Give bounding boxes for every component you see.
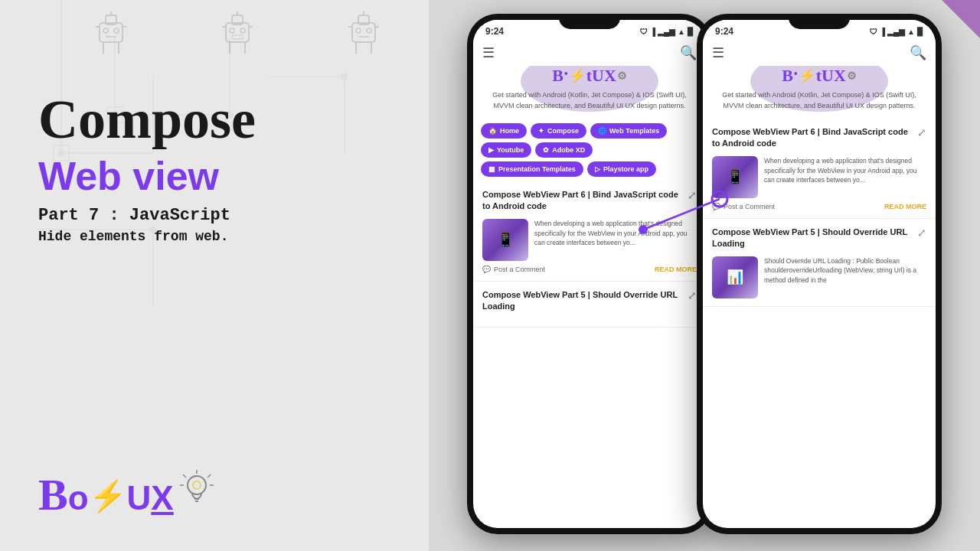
- svg-rect-28: [232, 15, 243, 24]
- brand-dot-2: •: [794, 68, 798, 80]
- article-thumb-p2-1: 📱: [712, 156, 758, 198]
- comment-btn-p2-1[interactable]: 💬 Post a Comment: [712, 203, 775, 210]
- status-time-1: 9:24: [485, 26, 504, 37]
- playstore-label: Playstore app: [603, 165, 648, 173]
- compose-label: Compose: [547, 127, 579, 135]
- svg-point-31: [240, 28, 245, 33]
- brand-dot: •: [564, 68, 568, 80]
- svg-point-14: [341, 73, 348, 80]
- nav-compose-btn[interactable]: ✦ Compose: [531, 123, 586, 139]
- hamburger-menu-2[interactable]: ☰: [712, 44, 724, 61]
- article-card-1: Compose WebView Part 6 | Bind JavaScript…: [473, 181, 706, 282]
- nav-adobe-xd-btn[interactable]: ✿ Adobe XD: [535, 142, 593, 158]
- phone-screen-2: 9:24 🛡 ▐ ▂▄▆ ▲ ▉ ☰ 🔍 B: [703, 20, 936, 528]
- read-more-btn-1[interactable]: READ MORE: [655, 266, 697, 273]
- brand-logo-2: B • ⚡ tUX ⚙: [715, 66, 923, 86]
- comment-label-1: Post a Comment: [494, 266, 545, 273]
- read-more-btn-p2-1[interactable]: READ MORE: [884, 203, 926, 210]
- playstore-icon: ▷: [595, 165, 600, 173]
- signal-icon-2: ▂▄▆: [887, 28, 905, 36]
- brand-tux-2: tUX: [816, 66, 846, 86]
- status-time-2: 9:24: [715, 26, 733, 37]
- status-icons-1: 🛡 ▐ ▂▄▆ ▲ ▉: [640, 28, 694, 36]
- home-icon: 🏠: [488, 127, 497, 135]
- hero-section-1: B • ⚡ tUX ⚙ Get started with Android (Ko…: [473, 66, 706, 119]
- share-icon-1[interactable]: ⤢: [688, 189, 697, 201]
- nav-presentation-btn[interactable]: ▦ Presentation Templates: [481, 161, 583, 177]
- nav-youtube-btn[interactable]: ▶ Youtube: [481, 142, 531, 158]
- svg-point-20: [103, 28, 108, 33]
- robot-icon-2: [218, 11, 256, 57]
- title-subtitle: Hide elements from web.: [38, 229, 390, 244]
- robot-icon-1: [92, 11, 130, 57]
- search-icon-1[interactable]: 🔍: [680, 44, 697, 61]
- title-webview: Web view: [38, 155, 390, 198]
- svg-point-47: [188, 476, 206, 494]
- logo-b: B: [38, 469, 68, 520]
- nav-home-btn[interactable]: 🏠 Home: [481, 123, 527, 139]
- article-header-p2-1: Compose WebView Part 6 | Bind JavaScript…: [712, 126, 926, 150]
- title-part: Part 7 : JavaScript: [38, 206, 390, 225]
- svg-point-40: [356, 28, 361, 33]
- hero-section-2: B • ⚡ tUX ⚙ Get started with Android (Ko…: [703, 66, 936, 119]
- share-icon-p2-2[interactable]: ⤢: [917, 227, 926, 239]
- phone-screen-1: 9:24 🛡 ▐ ▂▄▆ ▲ ▉ ☰ 🔍 B: [473, 20, 706, 528]
- nav-web-templates-btn[interactable]: 🌐 Web Templates: [590, 123, 667, 139]
- article-text-1: When developing a web application that's…: [534, 219, 697, 261]
- signal-icon: ▂▄▆: [658, 28, 675, 36]
- logo-u: U: [127, 479, 152, 517]
- app-bar-2[interactable]: ☰ 🔍: [703, 40, 936, 66]
- wifi-icon: ▲: [678, 28, 685, 36]
- svg-rect-38: [358, 15, 369, 24]
- svg-rect-18: [106, 15, 116, 24]
- brand-bolt: ⚡: [569, 67, 586, 84]
- presentation-icon: ▦: [488, 165, 495, 173]
- phone-notch-2: [789, 14, 850, 29]
- phone-notch-1: [559, 14, 620, 29]
- brand-gear-2: ⚙: [847, 70, 857, 83]
- comment-btn-1[interactable]: 💬 Post a Comment: [482, 266, 545, 273]
- robot-decorations: [92, 11, 383, 57]
- share-icon-p2-1[interactable]: ⤢: [917, 126, 926, 139]
- logo-x: X: [151, 479, 173, 517]
- svg-point-41: [367, 28, 371, 33]
- article-header-1: Compose WebView Part 6 | Bind JavaScript…: [482, 189, 697, 213]
- logo-o: o: [68, 479, 89, 517]
- article-header-2: Compose WebView Part 5 | Should Override…: [482, 289, 697, 313]
- circuit-bg-decoration: [0, 0, 429, 551]
- article-title-p2-1: Compose WebView Part 6 | Bind JavaScript…: [712, 126, 917, 150]
- article-footer-1: 💬 Post a Comment READ MORE: [482, 266, 697, 273]
- svg-rect-32: [232, 35, 243, 39]
- article-title-2: Compose WebView Part 5 | Should Override…: [482, 289, 688, 313]
- phone-mockup-2: 9:24 🛡 ▐ ▂▄▆ ▲ ▉ ☰ 🔍 B: [697, 14, 942, 534]
- thumb-image-1: 📱: [482, 219, 528, 261]
- article-header-p2-2: Compose WebView Part 5 | Should Override…: [712, 227, 926, 250]
- youtube-label: Youtube: [497, 146, 524, 154]
- hamburger-menu-1[interactable]: ☰: [482, 44, 495, 61]
- comment-label-p2-1: Post a Comment: [724, 203, 775, 210]
- article-thumb-p2-2: 📊: [712, 256, 758, 298]
- app-bar-1[interactable]: ☰ 🔍: [473, 40, 706, 66]
- lightbulb-icon: [180, 470, 214, 512]
- svg-point-21: [114, 28, 119, 33]
- screen-content-1[interactable]: B • ⚡ tUX ⚙ Get started with Android (Ko…: [473, 66, 706, 517]
- left-content: Compose Web view Part 7 : JavaScript Hid…: [38, 92, 390, 244]
- svg-rect-37: [352, 23, 375, 42]
- article-card-p2-1: Compose WebView Part 6 | Bind JavaScript…: [703, 119, 936, 219]
- corner-decoration: [942, 0, 980, 38]
- comment-icon-1: 💬: [482, 266, 491, 273]
- nav-playstore-btn[interactable]: ▷ Playstore app: [587, 161, 656, 177]
- phone-mockup-1: 9:24 🛡 ▐ ▂▄▆ ▲ ▉ ☰ 🔍 B: [467, 14, 712, 534]
- thumb-image-p2-1: 📱: [712, 156, 758, 198]
- article-thumb-1: 📱: [482, 219, 528, 261]
- screen-content-2[interactable]: B • ⚡ tUX ⚙ Get started with Android (Ko…: [703, 66, 936, 517]
- web-templates-label: Web Templates: [609, 127, 659, 135]
- hero-text-1: Get started with Android (Kotlin, Jet Co…: [485, 90, 694, 111]
- share-icon-2[interactable]: ⤢: [688, 289, 697, 302]
- botux-logo: B o ⚡ U X: [38, 469, 214, 520]
- article-title-p2-2: Compose WebView Part 5 | Should Override…: [712, 227, 917, 250]
- svg-rect-17: [100, 23, 122, 42]
- globe-icon: 🌐: [598, 127, 606, 135]
- status-icons-2: 🛡 ▐ ▂▄▆ ▲ ▉: [870, 28, 923, 36]
- search-icon-2[interactable]: 🔍: [910, 44, 926, 61]
